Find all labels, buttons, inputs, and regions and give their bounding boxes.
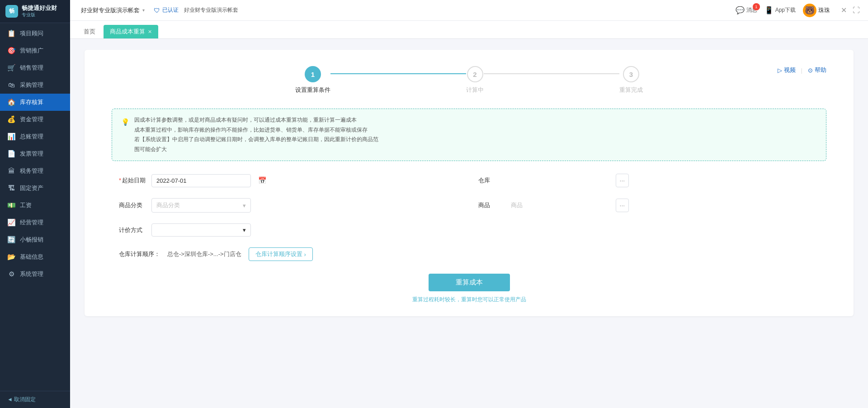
warehouse-order-value: 总仓->深圳仓库->...->门店仓 — [167, 250, 241, 258]
purchase-icon: 🛍 — [7, 81, 15, 89]
warehouse-order-row: 仓库计算顺序： 总仓->深圳仓库->...->门店仓 仓库计算顺序设置 › — [119, 247, 819, 261]
sidebar-header: 畅 畅捷通好业财 专业版 — [0, 0, 70, 23]
start-date-input[interactable] — [151, 174, 251, 187]
product-placeholder: 商品 — [511, 202, 523, 209]
verified-badge: 🛡 已认证 — [154, 6, 179, 14]
sidebar-item-basic[interactable]: 📂 基础信息 — [0, 248, 70, 266]
info-line-1: 因成本计算参数调整，或是对商品成本有疑问时，可以通过成本重算功能，重新计算一遍成… — [134, 115, 378, 125]
tab-recalc-label: 商品成本重算 — [110, 28, 145, 36]
user-profile-button[interactable]: 🐻 珠珠 — [803, 4, 830, 17]
sidebar-item-finance[interactable]: 💰 资金管理 — [0, 111, 70, 128]
warehouse-order-btn-label: 仓库计算顺序设置 — [255, 250, 302, 258]
cancel-pin-label: ◄ 取消固定 — [7, 396, 36, 403]
sidebar-item-sales[interactable]: 🛒 销售管理 — [0, 59, 70, 76]
app-name: 畅捷通好业财 — [22, 5, 57, 12]
pricing-select[interactable]: ▾ — [151, 223, 251, 237]
sidebar-item-label-payroll: 工资 — [20, 201, 32, 209]
form-row-1: *起始日期 📅 仓库 ··· — [119, 174, 819, 187]
sidebar-item-purchase[interactable]: 🛍 采购管理 — [0, 76, 70, 94]
sidebar-item-ops[interactable]: 📈 经营管理 — [0, 214, 70, 231]
warehouse-label: 仓库 — [478, 176, 505, 185]
marketing-icon: 🎯 — [7, 47, 15, 55]
sidebar-item-label-marketing: 营销推广 — [20, 47, 43, 55]
start-date-label: *起始日期 — [119, 176, 146, 185]
sidebar-item-project[interactable]: 📋 项目顾问 — [0, 25, 70, 42]
question-icon: ⊙ — [808, 67, 813, 74]
step-1-group: 1 设置重算条件 — [295, 66, 330, 94]
tab-close-icon[interactable]: ✕ — [148, 29, 152, 35]
sidebar-item-label-invoice: 发票管理 — [20, 150, 43, 158]
product-field: 商品 商品 ··· — [478, 199, 820, 212]
pricing-chevron-icon: ▾ — [243, 227, 246, 233]
step-3-group: 3 重算完成 — [619, 66, 643, 94]
sidebar-item-payroll[interactable]: 💵 工资 — [0, 197, 70, 214]
step-2-label: 计算中 — [466, 86, 484, 94]
account-selector[interactable]: 好业财专业版演示帐套 ▾ — [77, 5, 148, 16]
sidebar-item-marketing[interactable]: 🎯 营销推广 — [0, 42, 70, 59]
wizard-actions: ▷ 视频 | ⊙ 帮助 — [778, 66, 826, 74]
window-controls: ✕ ⛶ — [839, 6, 861, 15]
app-download-button[interactable]: 📱 App下载 — [764, 6, 796, 14]
verified-label: 已认证 — [162, 6, 179, 14]
sidebar: 畅 畅捷通好业财 专业版 📋 项目顾问 🎯 营销推广 🛒 销售管理 🛍 采购管理… — [0, 0, 70, 408]
messages-button[interactable]: 💬 消息 1 — [736, 6, 757, 14]
phone-icon: 📱 — [764, 6, 774, 14]
sidebar-item-inventory[interactable]: 🏠 库存核算 — [0, 94, 70, 111]
sidebar-item-label-inventory: 库存核算 — [20, 98, 43, 106]
product-selector-button[interactable]: ··· — [616, 199, 629, 212]
sidebar-item-expense[interactable]: 🔄 小畅报销 — [0, 231, 70, 248]
info-line-4: 围可能会扩大 — [134, 145, 378, 155]
step-3-label: 重算完成 — [619, 86, 643, 94]
sidebar-item-label-expense: 小畅报销 — [20, 236, 43, 244]
sidebar-item-accounting[interactable]: 📊 总账管理 — [0, 128, 70, 145]
content-area: 1 设置重算条件 2 计算中 3 重算完成 — [70, 39, 868, 408]
tax-icon: 🏛 — [7, 167, 15, 175]
chevron-right-icon: › — [304, 251, 306, 258]
sidebar-footer[interactable]: ◄ 取消固定 — [0, 391, 70, 408]
expand-window-button[interactable]: ⛶ — [852, 6, 861, 15]
tab-recalc[interactable]: 商品成本重算 ✕ — [104, 25, 158, 38]
pricing-label: 计价方式 — [119, 226, 146, 234]
warehouse-order-settings-button[interactable]: 仓库计算顺序设置 › — [249, 247, 313, 261]
calendar-icon[interactable]: 📅 — [258, 176, 267, 185]
sidebar-item-assets[interactable]: 🏗 固定资产 — [0, 180, 70, 197]
sidebar-item-invoice[interactable]: 📄 发票管理 — [0, 145, 70, 162]
sidebar-item-tax[interactable]: 🏛 税务管理 — [0, 162, 70, 180]
recalc-center: 重算成本 重算过程耗时较长，重算时您可以正常使用产品 — [119, 274, 819, 304]
info-text: 因成本计算参数调整，或是对商品成本有疑问时，可以通过成本重算功能，重新计算一遍成… — [134, 115, 378, 154]
play-icon: ▷ — [778, 67, 782, 74]
sidebar-item-label-tax: 税务管理 — [20, 167, 43, 175]
tab-home[interactable]: 首页 — [77, 25, 102, 38]
category-select[interactable]: 商品分类 ▾ — [151, 198, 251, 213]
sales-icon: 🛒 — [7, 64, 15, 72]
category-field: 商品分类 商品分类 ▾ — [119, 198, 460, 213]
app-edition: 专业版 — [22, 12, 57, 18]
ops-icon: 📈 — [7, 218, 15, 227]
sidebar-item-label-system: 系统管理 — [20, 270, 43, 278]
step-2-circle: 2 — [467, 66, 483, 82]
main-card: 1 设置重算条件 2 计算中 3 重算完成 — [85, 50, 854, 316]
info-line-3: 若【系统设置】中启用了自动调整记账日期时，会调整入库单的整单记账日期，因此重新计… — [134, 135, 378, 145]
account-name: 好业财专业版演示帐套 — [81, 6, 140, 14]
sidebar-item-label-ops: 经营管理 — [20, 218, 43, 227]
sidebar-nav: 📋 项目顾问 🎯 营销推广 🛒 销售管理 🛍 采购管理 🏠 库存核算 💰 资金管… — [0, 23, 70, 391]
video-link[interactable]: ▷ 视频 — [778, 66, 796, 74]
info-line-2: 成本重算过程中，影响库存账的操作均不能操作，比如进货单、销货单、库存单据不能审核… — [134, 125, 378, 135]
step-line-2 — [484, 73, 619, 74]
sidebar-item-label-project: 项目顾问 — [20, 29, 43, 38]
system-icon: ⚙ — [7, 270, 15, 278]
shield-icon: 🛡 — [154, 7, 160, 14]
recalc-button[interactable]: 重算成本 — [429, 274, 510, 291]
app-download-label: App下载 — [775, 6, 796, 14]
step-1-circle: 1 — [305, 66, 321, 82]
assets-icon: 🏗 — [7, 184, 15, 192]
step-wizard: 1 设置重算条件 2 计算中 3 重算完成 — [112, 62, 826, 94]
info-box: 💡 因成本计算参数调整，或是对商品成本有疑问时，可以通过成本重算功能，重新计算一… — [112, 109, 826, 161]
warehouse-selector-button[interactable]: ··· — [616, 174, 629, 187]
inventory-icon: 🏠 — [7, 98, 15, 106]
close-window-button[interactable]: ✕ — [839, 6, 848, 15]
sidebar-item-label-finance: 资金管理 — [20, 115, 43, 123]
help-link[interactable]: ⊙ 帮助 — [808, 66, 826, 74]
sidebar-item-system[interactable]: ⚙ 系统管理 — [0, 266, 70, 283]
pricing-row: 计价方式 ▾ — [119, 223, 819, 237]
